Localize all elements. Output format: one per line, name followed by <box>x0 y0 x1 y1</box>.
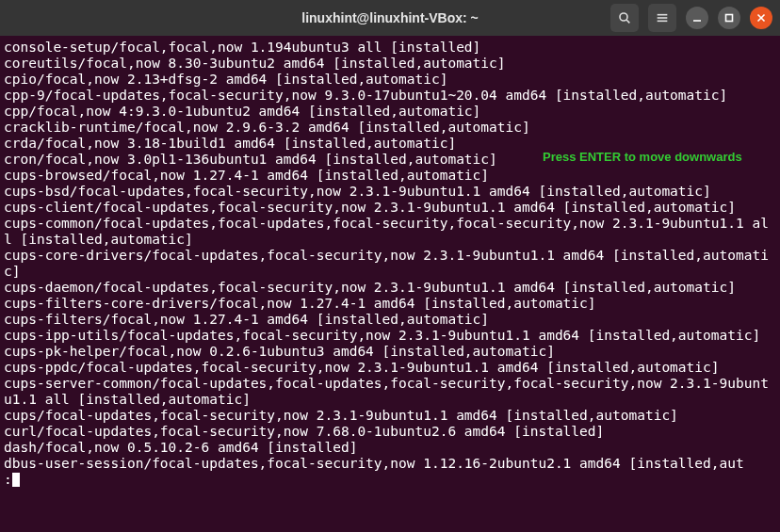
pager-prompt[interactable]: : <box>0 472 780 488</box>
cursor <box>12 473 20 487</box>
svg-point-0 <box>620 13 627 21</box>
annotation-hint: Press ENTER to move downwards <box>543 149 742 165</box>
hamburger-menu-button[interactable] <box>648 4 676 32</box>
maximize-button[interactable] <box>718 7 740 29</box>
pager-prompt-char: : <box>4 472 12 487</box>
minimize-button[interactable] <box>686 7 708 29</box>
window-titlebar: linuxhint@linuxhint-VBox: ~ <box>0 0 780 36</box>
terminal-output[interactable]: console-setup/focal,focal,now 1.194ubunt… <box>0 36 780 472</box>
svg-line-1 <box>626 20 629 23</box>
search-button[interactable] <box>610 4 639 32</box>
svg-rect-6 <box>726 15 733 22</box>
close-button[interactable] <box>750 7 772 29</box>
window-title: linuxhint@linuxhint-VBox: ~ <box>301 10 478 26</box>
